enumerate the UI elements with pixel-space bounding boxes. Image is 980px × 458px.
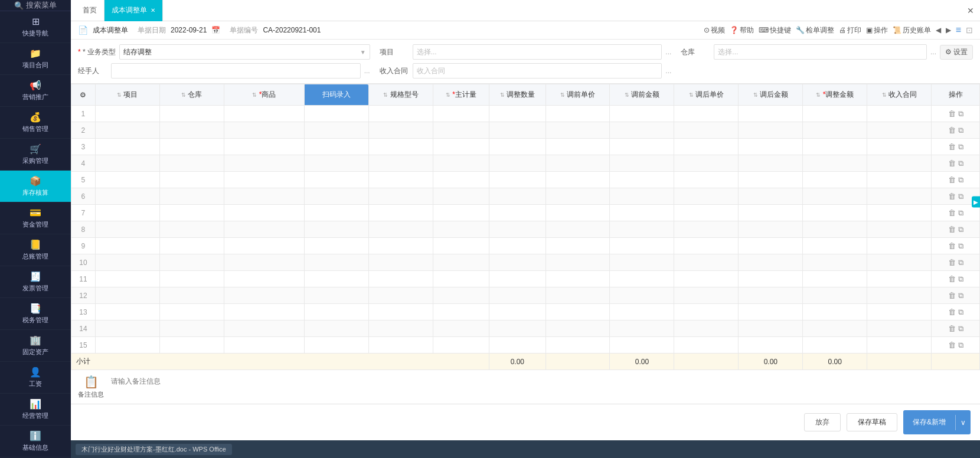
delete-row-9-btn[interactable]: 🗑: [948, 241, 956, 250]
row-14-prev-amount[interactable]: [610, 320, 674, 337]
row-11-goods[interactable]: [224, 271, 304, 287]
note-icon-box[interactable]: 📋 备注信息: [78, 375, 104, 399]
row-8-new-price[interactable]: [674, 221, 739, 238]
row-5-project[interactable]: [95, 172, 159, 188]
row-1-goods[interactable]: [224, 106, 304, 122]
row-13-new-price[interactable]: [674, 304, 739, 320]
help-btn[interactable]: ❓ 帮助: [730, 25, 754, 35]
row-4-prev-price[interactable]: [545, 155, 610, 172]
row-7-project[interactable]: [95, 205, 159, 221]
row-11-prev-amount[interactable]: [610, 271, 674, 287]
row-2-project[interactable]: [95, 122, 159, 139]
row-5-prev-price[interactable]: [545, 172, 610, 188]
copy-row-8-btn[interactable]: ⧉: [958, 225, 963, 234]
row-11-new-amount[interactable]: [739, 271, 803, 287]
row-13-prev-amount[interactable]: [610, 304, 674, 320]
row-4-project[interactable]: [95, 155, 159, 172]
row-6-unit[interactable]: [433, 188, 489, 205]
row-14-adj-amount[interactable]: [803, 320, 867, 337]
row-2-spec[interactable]: [368, 122, 433, 139]
row-3-new-amount[interactable]: [739, 139, 803, 155]
col-prev-price-header[interactable]: ⇅ 调前单价: [545, 84, 610, 106]
col-goods-header[interactable]: ⇅ *商品: [224, 84, 304, 106]
row-15-scan[interactable]: [304, 337, 368, 354]
row-13-prev-price[interactable]: [545, 304, 610, 320]
row-4-new-price[interactable]: [674, 155, 739, 172]
row-9-new-price[interactable]: [674, 238, 739, 254]
delete-row-7-btn[interactable]: 🗑: [948, 208, 956, 217]
row-11-adj-amount[interactable]: [803, 271, 867, 287]
row-14-goods[interactable]: [224, 320, 304, 337]
col-settings-header[interactable]: ⚙: [71, 84, 96, 106]
row-15-project[interactable]: [95, 337, 159, 354]
row-2-adj-qty[interactable]: [489, 122, 545, 139]
row-4-unit[interactable]: [433, 155, 489, 172]
calendar-icon[interactable]: 📅: [211, 26, 220, 34]
sidebar-item-fixed-assets[interactable]: 🏢 固定资产: [0, 330, 71, 362]
row-8-adj-amount[interactable]: [803, 221, 867, 238]
row-14-spec[interactable]: [368, 320, 433, 337]
row-5-new-amount[interactable]: [739, 172, 803, 188]
row-8-spec[interactable]: [368, 221, 433, 238]
delete-row-6-btn[interactable]: 🗑: [948, 192, 956, 201]
row-7-adj-qty[interactable]: [489, 205, 545, 221]
row-2-prev-price[interactable]: [545, 122, 610, 139]
row-10-new-amount[interactable]: [739, 254, 803, 271]
col-adj-amount-header[interactable]: ⇅ *调整金额: [803, 84, 867, 106]
row-8-prev-amount[interactable]: [610, 221, 674, 238]
print-btn[interactable]: 🖨 打印: [839, 25, 861, 35]
sidebar-item-inventory[interactable]: 📦 库存核算: [0, 171, 71, 202]
row-15-warehouse[interactable]: [159, 337, 224, 354]
row-10-project[interactable]: [95, 254, 159, 271]
row-7-income[interactable]: [867, 205, 932, 221]
row-10-prev-amount[interactable]: [610, 254, 674, 271]
delete-row-5-btn[interactable]: 🗑: [948, 175, 956, 184]
sidebar-item-tax[interactable]: 📑 税务管理: [0, 298, 71, 330]
row-1-scan[interactable]: [304, 106, 368, 122]
sidebar-item-project-contract[interactable]: 📁 项目合同: [0, 43, 71, 75]
sidebar-item-invoice[interactable]: 🧾 发票管理: [0, 266, 71, 298]
agent-ellipsis[interactable]: ...: [364, 67, 370, 75]
delete-row-12-btn[interactable]: 🗑: [948, 291, 956, 300]
row-1-prev-price[interactable]: [545, 106, 610, 122]
row-5-new-price[interactable]: [674, 172, 739, 188]
row-7-spec[interactable]: [368, 205, 433, 221]
col-warehouse-header[interactable]: ⇅ 仓库: [159, 84, 224, 106]
col-prev-amount-header[interactable]: ⇅ 调前金额: [610, 84, 674, 106]
delete-row-3-btn[interactable]: 🗑: [948, 142, 956, 151]
row-15-new-price[interactable]: [674, 337, 739, 354]
row-14-warehouse[interactable]: [159, 320, 224, 337]
row-6-goods[interactable]: [224, 188, 304, 205]
col-scan-header[interactable]: 扫码录入: [304, 84, 368, 106]
tab-cost-adjust[interactable]: 成本调整单✕: [104, 0, 163, 21]
row-12-warehouse[interactable]: [159, 287, 224, 304]
row-8-income[interactable]: [867, 221, 932, 238]
row-10-goods[interactable]: [224, 254, 304, 271]
row-3-project[interactable]: [95, 139, 159, 155]
copy-row-11-btn[interactable]: ⧉: [958, 274, 963, 284]
row-12-goods[interactable]: [224, 287, 304, 304]
row-6-prev-amount[interactable]: [610, 188, 674, 205]
row-5-goods[interactable]: [224, 172, 304, 188]
row-12-adj-amount[interactable]: [803, 287, 867, 304]
delete-row-13-btn[interactable]: 🗑: [948, 307, 956, 316]
save-new-arrow-btn[interactable]: ∨: [955, 415, 971, 430]
sidebar-item-salary[interactable]: 👤 工资: [0, 362, 71, 394]
copy-row-3-btn[interactable]: ⧉: [958, 142, 963, 152]
row-1-adj-qty[interactable]: [489, 106, 545, 122]
row-2-prev-amount[interactable]: [610, 122, 674, 139]
row-1-unit[interactable]: [433, 106, 489, 122]
scroll-right-indicator[interactable]: ▶: [972, 197, 980, 208]
row-13-new-amount[interactable]: [739, 304, 803, 320]
row-7-warehouse[interactable]: [159, 205, 224, 221]
row-12-project[interactable]: [95, 287, 159, 304]
row-5-prev-amount[interactable]: [610, 172, 674, 188]
delete-row-15-btn[interactable]: 🗑: [948, 341, 956, 349]
row-10-new-price[interactable]: [674, 254, 739, 271]
row-9-prev-amount[interactable]: [610, 238, 674, 254]
sidebar-item-purchase[interactable]: 🛒 采购管理: [0, 139, 71, 171]
row-10-spec[interactable]: [368, 254, 433, 271]
row-7-adj-amount[interactable]: [803, 205, 867, 221]
copy-row-2-btn[interactable]: ⧉: [958, 126, 963, 135]
project-input[interactable]: 选择...: [413, 44, 662, 60]
